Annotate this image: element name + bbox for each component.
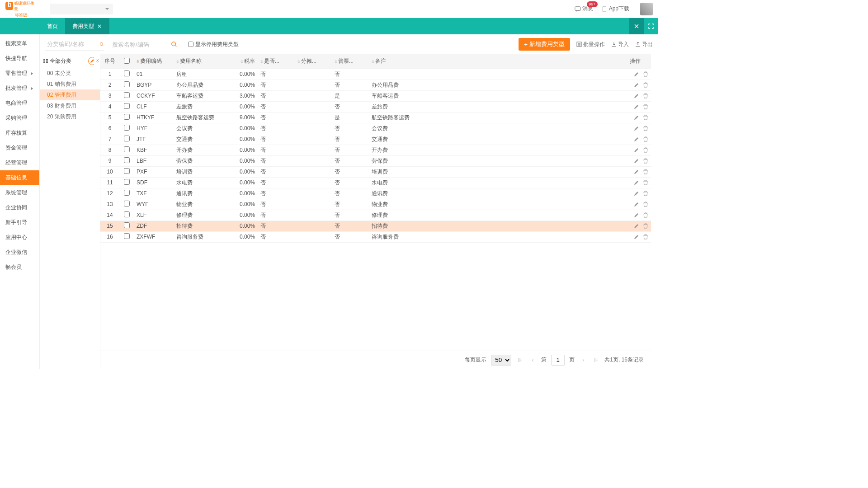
table-row[interactable]: 3 CCKYF 车船客运费 3.00% 否 是 车船客运费 — [100, 90, 651, 101]
row-checkbox[interactable] — [124, 146, 130, 152]
col-checkbox[interactable] — [119, 54, 134, 69]
row-delete-icon[interactable] — [643, 202, 648, 207]
row-checkbox[interactable] — [124, 222, 130, 228]
row-edit-icon[interactable] — [634, 82, 639, 88]
row-checkbox[interactable] — [124, 179, 130, 185]
main-search-input[interactable] — [112, 38, 171, 50]
table-row[interactable]: 1 01 房租 0.00% 否 否 — [100, 69, 651, 80]
row-delete-icon[interactable] — [643, 223, 648, 229]
pager-last[interactable]: ⊪ — [592, 356, 600, 364]
row-delete-icon[interactable] — [643, 136, 648, 142]
batch-ops-button[interactable]: 批量操作 — [576, 41, 605, 48]
table-row[interactable]: 12 TXF 通讯费 0.00% 否 否 通讯费 — [100, 188, 651, 199]
table-row[interactable]: 15 ZDF 招待费 0.00% 否 否 招待费 — [100, 221, 651, 231]
row-checkbox[interactable] — [124, 168, 130, 174]
row-edit-icon[interactable] — [634, 223, 639, 229]
row-delete-icon[interactable] — [643, 234, 648, 239]
row-edit-icon[interactable] — [634, 71, 639, 77]
row-edit-icon[interactable] — [634, 93, 639, 99]
sidebar-item[interactable]: 系统管理 — [0, 185, 39, 200]
row-edit-icon[interactable] — [634, 158, 639, 164]
sidebar-item[interactable]: 资金管理 — [0, 141, 39, 155]
sidebar-item[interactable]: 批发管理 — [0, 81, 39, 96]
row-checkbox[interactable] — [124, 201, 130, 206]
row-delete-icon[interactable] — [643, 147, 648, 153]
org-dropdown[interactable] — [50, 4, 113, 14]
search-icon[interactable] — [99, 41, 104, 47]
row-delete-icon[interactable] — [643, 126, 648, 131]
category-item[interactable]: 01 销售费用 — [40, 79, 100, 89]
col-bool2[interactable]: 分摊... — [295, 54, 332, 69]
row-checkbox[interactable] — [124, 103, 130, 109]
pager-prev[interactable]: ‹ — [528, 356, 537, 364]
tab-close-all[interactable] — [629, 18, 644, 34]
pager-next[interactable]: › — [579, 356, 587, 364]
row-edit-icon[interactable] — [634, 147, 639, 153]
sidebar-item[interactable]: 应用中心 — [0, 230, 39, 245]
row-edit-icon[interactable] — [634, 180, 639, 185]
col-code[interactable]: 费用编码 — [134, 54, 174, 69]
table-row[interactable]: 13 WYF 物业费 0.00% 否 否 物业费 — [100, 199, 651, 210]
sidebar-item[interactable]: 基础信息 — [0, 170, 39, 185]
row-edit-icon[interactable] — [634, 136, 639, 142]
table-row[interactable]: 4 CLF 差旅费 0.00% 否 否 差旅费 — [100, 101, 651, 112]
row-checkbox[interactable] — [124, 190, 130, 196]
row-delete-icon[interactable] — [643, 82, 648, 88]
col-remark[interactable]: 备注 — [369, 54, 619, 69]
col-bool3[interactable]: 普票... — [332, 54, 369, 69]
row-delete-icon[interactable] — [643, 212, 648, 218]
col-bool1[interactable]: 是否... — [258, 54, 295, 69]
page-size-select[interactable]: 50 — [491, 355, 511, 366]
table-row[interactable]: 8 KBF 开办费 0.00% 否 否 开办费 — [100, 145, 651, 155]
table-row[interactable]: 11 SDF 水电费 0.00% 否 否 水电费 — [100, 177, 651, 188]
row-checkbox[interactable] — [124, 81, 130, 87]
row-delete-icon[interactable] — [643, 71, 648, 77]
row-checkbox[interactable] — [124, 114, 130, 120]
pager-page-input[interactable] — [551, 355, 565, 366]
category-all-label[interactable]: 全部分类 — [50, 57, 71, 65]
row-delete-icon[interactable] — [643, 115, 648, 120]
row-delete-icon[interactable] — [643, 169, 648, 174]
sidebar-item[interactable]: 经营管理 — [0, 155, 39, 170]
row-edit-icon[interactable] — [634, 115, 639, 120]
messages-button[interactable]: 消息 99+ — [575, 5, 593, 13]
category-item[interactable]: 03 财务费用 — [40, 100, 100, 111]
row-delete-icon[interactable] — [643, 180, 648, 185]
sidebar-item[interactable]: 新手引导 — [0, 215, 39, 230]
table-row[interactable]: 5 HTKYF 航空铁路客运费 9.00% 否 是 航空铁路客运费 — [100, 112, 651, 123]
row-checkbox[interactable] — [124, 136, 130, 141]
row-checkbox[interactable] — [124, 157, 130, 163]
row-edit-icon[interactable] — [634, 191, 639, 196]
row-edit-icon[interactable] — [634, 234, 639, 239]
table-row[interactable]: 2 BGYP 办公用品费 0.00% 否 否 办公用品费 — [100, 80, 651, 90]
category-item[interactable]: 00 未分类 — [40, 68, 100, 79]
category-item[interactable]: 20 采购费用 — [40, 111, 100, 122]
table-row[interactable]: 9 LBF 劳保费 0.00% 否 否 劳保费 — [100, 155, 651, 166]
row-edit-icon[interactable] — [634, 104, 639, 109]
table-row[interactable]: 6 HYF 会议费 0.00% 否 否 会议费 — [100, 123, 651, 134]
table-row[interactable]: 10 PXF 培训费 0.00% 否 否 培训费 — [100, 166, 651, 177]
sidebar-item[interactable]: 搜索菜单 — [0, 36, 39, 51]
sidebar-item[interactable]: 畅会员 — [0, 260, 39, 275]
pager-first[interactable]: ⊪ — [516, 356, 524, 364]
export-button[interactable]: 导出 — [635, 41, 653, 48]
table-row[interactable]: 7 JTF 交通费 0.00% 否 否 交通费 — [100, 134, 651, 145]
show-disabled-checkbox[interactable]: 显示停用费用类型 — [188, 41, 239, 48]
row-delete-icon[interactable] — [643, 158, 648, 164]
row-checkbox[interactable] — [124, 70, 130, 76]
tab-home[interactable]: 首页 — [40, 18, 65, 34]
row-edit-icon[interactable] — [634, 212, 639, 218]
tab-fee-type[interactable]: 费用类型 — [65, 18, 109, 34]
category-collapse-button[interactable] — [94, 56, 100, 65]
search-icon[interactable] — [171, 41, 177, 47]
import-button[interactable]: 导入 — [611, 41, 629, 48]
row-checkbox[interactable] — [124, 92, 130, 98]
sidebar-item[interactable]: 零售管理 — [0, 66, 39, 81]
row-delete-icon[interactable] — [643, 93, 648, 99]
tab-close-icon[interactable] — [97, 23, 102, 29]
sidebar-item[interactable]: 采购管理 — [0, 111, 39, 126]
category-search-input[interactable] — [45, 38, 99, 50]
row-checkbox[interactable] — [124, 125, 130, 131]
sidebar-item[interactable]: 库存核算 — [0, 126, 39, 141]
row-delete-icon[interactable] — [643, 191, 648, 196]
